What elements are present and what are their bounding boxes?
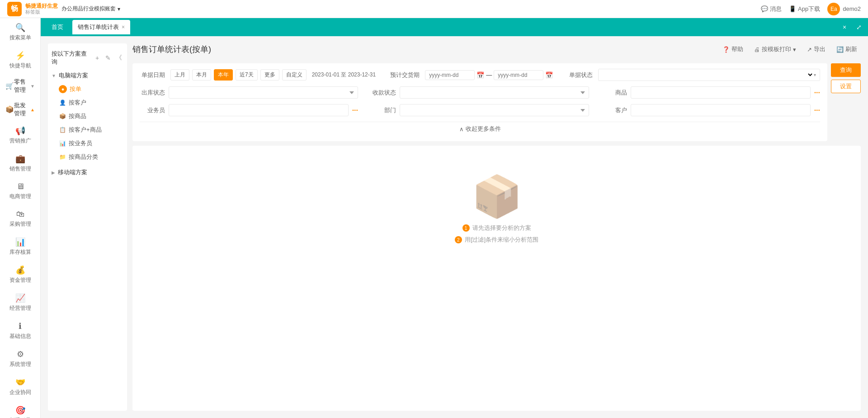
payment-label: 收款状态	[371, 89, 396, 97]
sidebar-item-procurement[interactable]: 🛍 采购管理	[0, 205, 40, 233]
sidebar-label-ecommerce: 电商管理	[9, 193, 31, 200]
tab-bar: 首页 销售订单统计表 × × ⤢	[41, 18, 868, 36]
filter-card: 单据日期 上月 本月 本年 近7天 更多 自定义 2023-01-01 至 20…	[132, 63, 827, 141]
scheme-item-by-salesperson[interactable]: 📊 按业务员	[48, 137, 127, 150]
wholesale-label: 批发管理	[14, 101, 30, 118]
refresh-btn[interactable]: 🔄 刷新	[833, 43, 861, 55]
user-info[interactable]: Ea demo2	[827, 3, 861, 15]
help-btn[interactable]: ❓ 帮助	[719, 43, 747, 55]
finance-icon: 💰	[15, 265, 25, 275]
export-label: 导出	[814, 45, 826, 53]
print-dropdown-icon: ▾	[793, 46, 796, 53]
salesperson-input[interactable]	[169, 104, 349, 116]
sidebar-label-quick-nav: 快捷导航	[9, 62, 31, 70]
customer-label: 客户	[602, 106, 627, 114]
scheme-item-by-customer[interactable]: 👤 按客户	[48, 96, 127, 109]
goods-ellipsis[interactable]: ···	[814, 89, 820, 97]
window-expand-btn[interactable]: ⤢	[854, 22, 864, 33]
shipment-filter-col: 出库状态	[140, 86, 358, 99]
scheme-item-by-goods[interactable]: 📦 按商品	[48, 109, 127, 123]
payment-select[interactable]	[400, 86, 589, 99]
query-button[interactable]: 查询	[831, 63, 861, 77]
tab-active[interactable]: 销售订单统计表 ×	[72, 20, 130, 34]
left-panel-title: 按以下方案查询	[52, 50, 91, 66]
collapse-filters-btn[interactable]: ∧ 收起更多条件	[140, 122, 820, 136]
refresh-icon: 🔄	[836, 46, 844, 53]
sidebar-item-inventory[interactable]: 📊 库存核算	[0, 233, 40, 261]
sidebar-item-retail[interactable]: 🛒 零售管理 ▼	[0, 74, 40, 98]
customer-filter-col: 客户 ···	[602, 104, 820, 116]
sidebar-item-search[interactable]: 🔍 搜索菜单	[0, 18, 40, 46]
goods-label: 商品	[602, 89, 627, 97]
date-btn-7days[interactable]: 近7天	[236, 69, 258, 81]
department-select[interactable]	[400, 104, 589, 116]
scheme-item-by-category[interactable]: 📁 按商品分类	[48, 150, 127, 164]
desktop-scheme-section[interactable]: ▼ 电脑端方案	[48, 69, 127, 82]
sidebar-label-basic-info: 基础信息	[9, 332, 31, 340]
export-icon: ↗	[807, 46, 812, 53]
sidebar-item-ecommerce[interactable]: 🖥 电商管理	[0, 177, 40, 205]
date-btn-custom[interactable]: 自定义	[282, 69, 307, 81]
tab-home[interactable]: 首页	[44, 20, 71, 34]
tab-close-icon[interactable]: ×	[122, 24, 125, 30]
expected-delivery-end[interactable]	[494, 70, 543, 80]
avatar: Ea	[827, 3, 840, 15]
edit-scheme-btn[interactable]: ✎	[104, 53, 113, 62]
empty-tip-1: 1 请先选择要分析的方案	[462, 224, 531, 232]
collapse-panel-btn[interactable]: 《	[114, 53, 123, 62]
expected-delivery-start[interactable]	[425, 70, 475, 80]
date-btn-this-month[interactable]: 本月	[192, 69, 211, 81]
customer-input[interactable]	[631, 104, 811, 116]
scheme-label-by-customer-goods: 按客户+商品	[69, 126, 102, 134]
sidebar-item-enterprise[interactable]: 🤝 企业协同	[0, 373, 40, 401]
add-scheme-btn[interactable]: +	[93, 53, 102, 62]
salesperson-filter-col: 业务员 ···	[140, 104, 358, 116]
date-cal-icon-end[interactable]: 📅	[545, 71, 553, 79]
date-btn-more[interactable]: 更多	[260, 69, 279, 81]
print-btn[interactable]: 🖨 按模板打印 ▾	[750, 43, 800, 55]
workspace-dropdown-icon: ▾	[118, 6, 120, 12]
scheme-item-by-customer-goods[interactable]: 📋 按客户+商品	[48, 123, 127, 137]
status-select[interactable]	[602, 71, 814, 79]
scheme-item-by-order[interactable]: ● 按单	[48, 82, 127, 96]
sidebar-item-wholesale[interactable]: 📦 批发管理 ▲	[0, 98, 40, 121]
shipment-select[interactable]	[169, 86, 358, 99]
settings-button[interactable]: 设置	[831, 80, 861, 93]
sidebar-item-finance[interactable]: 💰 资金管理	[0, 261, 40, 289]
export-btn[interactable]: ↗ 导出	[803, 43, 829, 55]
tab-home-label: 首页	[52, 23, 63, 31]
filter-row-1: 单据日期 上月 本月 本年 近7天 更多 自定义 2023-01-01 至 20…	[140, 69, 820, 81]
date-cal-icon-start[interactable]: 📅	[476, 71, 484, 79]
goods-input[interactable]	[631, 86, 811, 99]
sidebar-item-sales[interactable]: 💼 销售管理	[0, 149, 40, 177]
sidebar-item-marketing[interactable]: 📢 营销推广	[0, 121, 40, 149]
date-btn-this-year[interactable]: 本年	[214, 69, 233, 81]
left-panel-tools: + ✎ 《	[93, 53, 123, 62]
sidebar-item-basic-info[interactable]: ℹ 基础信息	[0, 317, 40, 345]
workspace-selector[interactable]: 办公用品行业模拟账套 ▾	[61, 5, 120, 13]
page-content: 按以下方案查询 + ✎ 《 ▼ 电脑端方案 ● 按单 👤	[41, 36, 868, 418]
expected-delivery-label: 预计交货期	[390, 71, 420, 79]
window-close-btn[interactable]: ×	[839, 22, 850, 33]
app-download-label: App下载	[798, 5, 820, 13]
salesperson-scheme-icon: 📊	[59, 140, 66, 147]
salesperson-ellipsis[interactable]: ···	[352, 106, 358, 114]
logo-icon: 畅	[7, 2, 22, 16]
sidebar-label-inventory: 库存核算	[9, 248, 31, 256]
mobile-scheme-section[interactable]: ▶ 移动端方案	[48, 166, 127, 179]
date-range-text: 2023-01-01 至 2023-12-31	[312, 71, 376, 79]
sidebar-label-enterprise: 企业协同	[9, 389, 31, 396]
date-range-display: 2023-01-01 至 2023-12-31	[312, 71, 376, 79]
date-btn-last-month[interactable]: 上月	[170, 69, 189, 81]
sidebar-item-quick-nav[interactable]: ⚡ 快捷导航	[0, 46, 40, 74]
sidebar-item-guide[interactable]: 🎯 新手引导	[0, 401, 40, 418]
scheme-label-by-goods: 按商品	[69, 112, 86, 120]
message-btn[interactable]: 💬 消息	[761, 5, 782, 13]
app-download-btn[interactable]: 📱 App下载	[789, 5, 820, 13]
customer-ellipsis[interactable]: ···	[814, 106, 820, 114]
payment-filter-col: 收款状态	[371, 86, 589, 99]
sidebar-item-system[interactable]: ⚙ 系统管理	[0, 345, 40, 373]
sidebar-item-operations[interactable]: 📈 经营管理	[0, 289, 40, 317]
content-area: 首页 销售订单统计表 × × ⤢ 按以下方案查询 + ✎ 《	[41, 18, 868, 418]
empty-tip-2: 2 用[过滤]条件来缩小分析范围	[455, 236, 538, 244]
